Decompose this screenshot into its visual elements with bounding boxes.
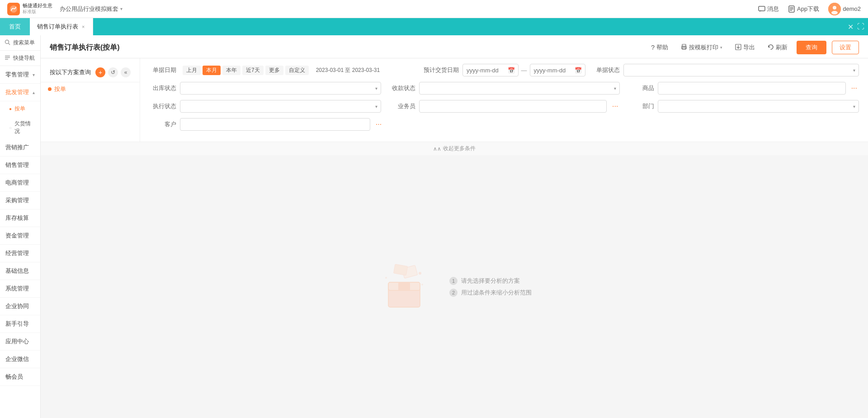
date-tag-more[interactable]: 更多	[265, 66, 283, 75]
customer-label: 客户	[149, 120, 176, 128]
sidebar-item-system[interactable]: 系统管理	[0, 280, 40, 298]
sidebar-item-ecommerce[interactable]: 电商管理	[0, 174, 40, 192]
company-chevron-icon: ▾	[120, 6, 123, 11]
date-tag-last-month[interactable]: 上月	[183, 66, 201, 75]
retail-chevron-icon: ▾	[33, 72, 35, 77]
date-tag-custom[interactable]: 自定义	[285, 66, 309, 75]
hint-num-1: 1	[449, 277, 458, 285]
app-download-action[interactable]: App下载	[788, 5, 819, 13]
sidebar-item-basic[interactable]: 基础信息	[0, 262, 40, 280]
hint-num-2: 2	[449, 289, 458, 297]
date-tag-this-month[interactable]: 本月	[203, 66, 221, 75]
filter-row-2: 出库状态 ▾ 收款状态	[149, 82, 859, 95]
svg-rect-12	[5, 57, 10, 58]
sidebar-item-finance[interactable]: 资金管理	[0, 227, 40, 245]
message-action[interactable]: 消息	[758, 5, 779, 13]
dept-label: 部门	[627, 102, 654, 110]
date-end-input[interactable]	[530, 64, 586, 76]
date-tag-7days[interactable]: 近7天	[242, 66, 264, 75]
company-selector[interactable]: 办公用品行业模拟账套 ▾	[56, 3, 126, 15]
svg-rect-4	[790, 9, 793, 10]
empty-hint-1-text: 请先选择要分析的方案	[461, 277, 520, 285]
main-layout: 搜索菜单 快捷导航 零售管理 ▾ 批发管理 ▴ ● 按单 ○ 欠货情况	[0, 35, 868, 418]
sidebar-item-retail[interactable]: 零售管理 ▾	[0, 66, 40, 84]
status-select[interactable]	[623, 64, 859, 76]
sidebar-item-guide[interactable]: 新手引导	[0, 315, 40, 333]
sidebar-item-operation[interactable]: 经营管理	[0, 245, 40, 262]
svg-rect-5	[790, 10, 792, 11]
salesman-input[interactable]	[419, 100, 607, 113]
svg-point-9	[5, 40, 9, 43]
filter-field-outstock: 出库状态 ▾	[149, 82, 381, 95]
query-button[interactable]: 查询	[797, 41, 826, 54]
sidebar-item-collab[interactable]: 企业协同	[0, 298, 40, 315]
dept-select[interactable]	[658, 100, 859, 113]
message-label: 消息	[767, 5, 779, 13]
tab-close-icon[interactable]: ×	[81, 23, 85, 30]
exec-label: 执行状态	[149, 102, 176, 110]
sidebar-item-wechat[interactable]: 企业微信	[0, 351, 40, 368]
print-button[interactable]: 按模板打印 ▾	[677, 42, 726, 53]
empty-row: 1 请先选择要分析的方案 2 用过滤条件来缩小分析范围	[377, 260, 532, 314]
tab-sales-order[interactable]: 销售订单执行表 ×	[30, 18, 93, 35]
salesman-label: 业务员	[388, 102, 415, 110]
filter-collapse-button[interactable]: «	[121, 67, 131, 77]
salesman-more-icon[interactable]: ···	[610, 102, 620, 110]
svg-point-24	[419, 272, 421, 275]
sidebar-sub-item-backorder[interactable]: ○ 欠货情况	[0, 116, 40, 139]
sidebar-search[interactable]: 搜索菜单	[0, 35, 40, 51]
filter-field-salesman: 业务员 ···	[388, 100, 620, 113]
sidebar-item-inventory[interactable]: 库存核算	[0, 209, 40, 227]
export-icon	[735, 44, 741, 52]
customer-input[interactable]	[180, 118, 370, 131]
app-download-label: App下载	[797, 5, 819, 13]
date-tag-this-year[interactable]: 本年	[222, 66, 241, 75]
exec-select-wrap: ▾	[180, 100, 381, 113]
sidebar-item-marketing[interactable]: 营销推广	[0, 139, 40, 157]
sidebar-item-appcenter[interactable]: 应用中心	[0, 333, 40, 351]
filter-row-4: 客户 ···	[149, 118, 859, 131]
exec-select[interactable]	[180, 100, 381, 113]
outstock-select-wrap: ▾	[180, 82, 381, 95]
export-button[interactable]: 导出	[731, 42, 759, 53]
sidebar-search-label: 搜索菜单	[13, 39, 35, 47]
sidebar-item-wholesale[interactable]: 批发管理 ▴	[0, 84, 40, 101]
filter-form: 单据日期 上月 本月 本年 近7天 更多 自定义 2023-03-01 至 20…	[140, 58, 868, 142]
sidebar-item-sales[interactable]: 销售管理	[0, 157, 40, 174]
date-start-input[interactable]	[462, 64, 519, 76]
customer-more-icon[interactable]: ···	[374, 120, 383, 128]
tab-spacer	[93, 18, 844, 35]
goods-more-icon[interactable]: ···	[849, 84, 859, 92]
sidebar-item-sales-label: 销售管理	[5, 161, 29, 169]
help-button[interactable]: ? 帮助	[647, 42, 672, 53]
filter-add-button[interactable]: +	[95, 67, 105, 77]
refresh-button[interactable]: 刷新	[764, 42, 791, 53]
goods-input[interactable]	[658, 82, 845, 95]
sidebar-quick-nav[interactable]: 快捷导航	[0, 51, 40, 66]
filter-reset-button[interactable]: ↺	[108, 67, 118, 77]
outstock-select[interactable]	[180, 82, 381, 95]
export-label: 导出	[743, 43, 755, 52]
refresh-icon	[768, 44, 774, 52]
date-range: 📅 — 📅	[462, 64, 585, 76]
collapse-bar[interactable]: ∧∧ 收起更多条件	[41, 142, 868, 155]
window-maximize-icon[interactable]: ⛶	[857, 23, 864, 31]
empty-illustration	[377, 260, 431, 314]
user-name: demo2	[843, 5, 861, 12]
sidebar-sub-item-orders[interactable]: ● 按单	[0, 101, 40, 116]
tab-home[interactable]: 首页	[0, 18, 30, 35]
sidebar-item-member[interactable]: 畅会员	[0, 368, 40, 386]
svg-point-26	[421, 284, 423, 285]
orders-dot-icon: ●	[9, 106, 12, 111]
empty-hint-2: 2 用过滤条件来缩小分析范围	[449, 289, 532, 297]
scheme-item-orders[interactable]: 按单	[41, 82, 140, 96]
window-close-icon[interactable]: ✕	[848, 23, 854, 31]
settings-button[interactable]: 设置	[832, 41, 859, 54]
sidebar-item-purchase[interactable]: 采购管理	[0, 192, 40, 209]
payment-label: 收款状态	[388, 84, 415, 92]
payment-select[interactable]	[419, 82, 620, 95]
date-separator: —	[521, 67, 527, 74]
avatar[interactable]	[828, 3, 841, 15]
user-action[interactable]: demo2	[828, 3, 861, 15]
sidebar-item-wholesale-label: 批发管理	[5, 88, 29, 96]
